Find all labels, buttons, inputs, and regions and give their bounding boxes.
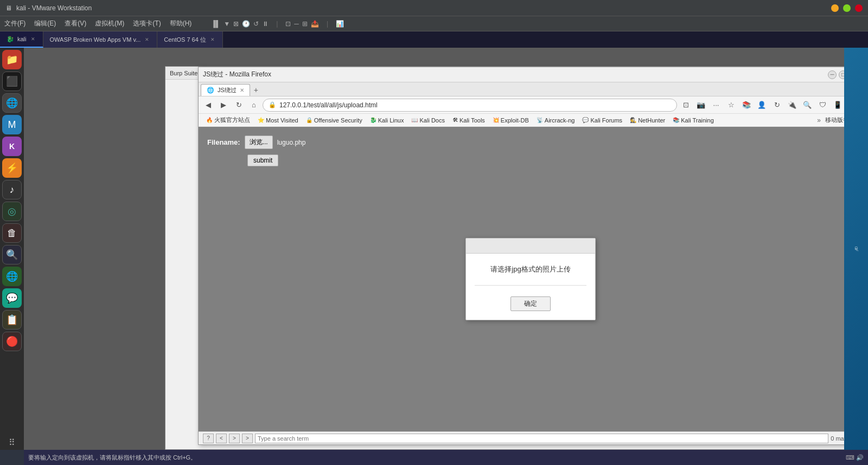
bookmark-training-icon: 📚 [673, 117, 679, 123]
toolbar-icon-9[interactable]: 📤 [311, 20, 319, 28]
toolbar-icon-7[interactable]: ─ [294, 20, 299, 28]
kali-tab-owasp[interactable]: OWASP Broken Web Apps VM v... ✕ [43, 31, 158, 48]
browse-button[interactable]: 浏览... [245, 135, 273, 149]
kali-tab-kali[interactable]: 🐉 kali ✕ [0, 31, 43, 48]
sidebar-files-icon[interactable]: 📁 [2, 50, 22, 69]
bookmark-firefox-home[interactable]: 🔥 火狐官方站点 [203, 115, 253, 125]
bookmark-forums-icon: 💬 [582, 117, 589, 123]
toolbar-icon-3[interactable]: 🕐 [242, 20, 250, 28]
bookmark-docs-icon: 📖 [411, 117, 418, 123]
vmware-maximize-button[interactable] [843, 4, 851, 12]
account-icon[interactable]: 👤 [755, 99, 768, 112]
vmware-menu-file[interactable]: 文件(F) [4, 19, 25, 28]
bookmark-kali-docs-label: Kali Docs [419, 117, 444, 124]
alert-dialog: 请选择jpg格式的照片上传 确定 [465, 238, 596, 320]
sidebar-mail-icon[interactable]: M [2, 115, 22, 134]
search-next-button[interactable]: > [229, 434, 240, 443]
upload-page: Filename: 浏览... luguo.php submit [199, 127, 863, 175]
kali-tab-owasp-close[interactable]: ✕ [144, 36, 150, 43]
sidebar-dots[interactable]: ⠿ [9, 437, 15, 448]
reload-button[interactable]: ↻ [232, 99, 245, 112]
bookmark-aircrack-icon: 📡 [537, 117, 543, 123]
extension-icon[interactable]: 🔌 [786, 99, 799, 112]
status-message: 要将输入定向到该虚拟机，请将鼠标指针移入其中或按 Ctrl+G。 [28, 454, 196, 462]
firefox-tab-bar: 🌐 JS绕过 ✕ + [199, 82, 863, 96]
vmware-menu-help[interactable]: 帮助(H) [170, 19, 192, 28]
toolbar-icon-8[interactable]: ⊞ [302, 20, 308, 28]
new-tab-button[interactable]: + [250, 84, 262, 96]
nav-more-button[interactable]: ··· [710, 99, 723, 112]
toolbar-icon-4[interactable]: ↺ [253, 20, 259, 28]
forward-button[interactable]: ▶ [217, 99, 230, 112]
toolbar-icon-6[interactable]: ⊡ [285, 20, 291, 28]
bookmark-star[interactable]: ☆ [725, 99, 738, 112]
kali-tab-close[interactable]: ✕ [30, 36, 36, 42]
bookmark-aircrack[interactable]: 📡 Aircrack-ng [533, 116, 578, 125]
sidebar-kali-icon[interactable]: K [2, 137, 22, 156]
sidebar-chat-icon[interactable]: 💬 [2, 288, 22, 308]
bookmark-nethunter[interactable]: 🕵 NetHunter [627, 116, 668, 125]
zoom-icon[interactable]: 🔍 [801, 99, 814, 112]
toolbar-icon-1[interactable]: ▐▌ [211, 20, 220, 28]
bookmark-most-visited[interactable]: ⭐ Most Visited [254, 116, 302, 125]
vmware-menu-tabs[interactable]: 选项卡(T) [133, 19, 161, 28]
library-icon[interactable]: 📚 [740, 99, 753, 112]
vmware-menu-vm[interactable]: 虚拟机(M) [95, 19, 124, 28]
kali-tabs: 🐉 kali ✕ OWASP Broken Web Apps VM v... ✕… [0, 31, 868, 48]
home-button[interactable]: ⌂ [247, 99, 260, 112]
screenshot-icon[interactable]: 📷 [694, 99, 707, 112]
sidebar-green-icon[interactable]: 🌐 [2, 267, 22, 286]
bookmark-kali-forums[interactable]: 💬 Kali Forums [579, 116, 626, 125]
sidebar-search-icon[interactable]: 🔍 [2, 245, 22, 264]
reader-mode-icon[interactable]: ⊡ [679, 99, 692, 112]
bookmark-kali-linux[interactable]: 🐉 Kali Linux [367, 116, 407, 125]
toolbar-icon-2[interactable]: ⊠ [233, 20, 239, 28]
bookmark-nethunter-icon: 🕵 [630, 117, 636, 123]
vmware-menu-edit[interactable]: 编辑(E) [34, 19, 56, 28]
vmware-minimize-button[interactable] [831, 4, 839, 12]
toolbar-icon-5[interactable]: ⏸ [262, 20, 269, 28]
sidebar-browser-icon[interactable]: 🌐 [2, 93, 22, 113]
bookmarks-more[interactable]: » [817, 117, 821, 124]
sidebar-trash-icon[interactable]: 🗑 [2, 223, 22, 243]
search-input[interactable] [255, 434, 828, 443]
tab-label: JS绕过 [218, 86, 237, 94]
search-help-button[interactable]: ? [203, 434, 214, 443]
sidebar-metasploit-icon[interactable]: ⚡ [2, 158, 22, 178]
sidebar-terminal-icon[interactable]: ⬛ [2, 72, 22, 91]
alert-ok-button[interactable]: 确定 [510, 296, 551, 311]
kali-tab-centos-close[interactable]: ✕ [209, 36, 216, 43]
sync-icon[interactable]: ↻ [770, 99, 783, 112]
mobile-icon[interactable]: 📱 [831, 99, 844, 112]
search-prev-button[interactable]: < [216, 434, 227, 443]
bookmark-exploit-label: Exploit-DB [501, 117, 529, 124]
sidebar-extra-icon[interactable]: 🔴 [2, 332, 22, 351]
bookmark-kali-tools-label: Kali Tools [459, 117, 485, 124]
vmware-titlebar: 🖥 kali - VMware Workstation [0, 0, 868, 16]
bookmark-kali-tools[interactable]: 🛠 Kali Tools [449, 116, 488, 125]
bookmark-forums-label: Kali Forums [590, 117, 622, 124]
vmware-menu-view[interactable]: 查看(V) [65, 19, 86, 28]
tab-close-button[interactable]: ✕ [240, 87, 244, 93]
sidebar-notes-icon[interactable]: 📋 [2, 310, 22, 330]
sidebar-radare-icon[interactable]: ◎ [2, 202, 22, 221]
sidebar-music-icon[interactable]: ♪ [2, 180, 22, 199]
kali-sidebar: 📁 ⬛ 🌐 M K ⚡ ♪ ◎ 🗑 🔍 🌐 💬 📋 🔴 ⠿ [0, 48, 24, 450]
kali-tab-centos-label: CentOS 7 64 位 [164, 36, 206, 44]
kali-tab-centos[interactable]: CentOS 7 64 位 ✕ [157, 31, 223, 48]
shield-icon[interactable]: 🛡 [816, 99, 829, 112]
search-last-button[interactable]: > [242, 434, 253, 443]
bookmark-kali-docs[interactable]: 📖 Kali Docs [408, 116, 448, 125]
toolbar-dropdown[interactable]: ▼ [224, 20, 230, 28]
bookmark-exploit-db[interactable]: 💥 Exploit-DB [489, 116, 532, 125]
bookmark-offensive-security[interactable]: 🔒 Offensive Security [303, 116, 366, 125]
submit-button[interactable]: submit [247, 154, 278, 166]
address-bar[interactable]: 🔒 127.0.0.1/test/all/all/js/upload.html [263, 99, 677, 112]
alert-message: 请选择jpg格式的照片上传 [490, 264, 570, 274]
bookmark-kali-training[interactable]: 📚 Kali Training [669, 116, 717, 125]
firefox-tab-js[interactable]: 🌐 JS绕过 ✕ [201, 84, 250, 96]
back-button[interactable]: ◀ [202, 99, 215, 112]
vmware-close-button[interactable] [855, 4, 863, 12]
toolbar-icon-10[interactable]: 📊 [336, 20, 344, 28]
kali-taskbar: 🐉 kali ✕ OWASP Broken Web Apps VM v... ✕… [0, 31, 868, 48]
